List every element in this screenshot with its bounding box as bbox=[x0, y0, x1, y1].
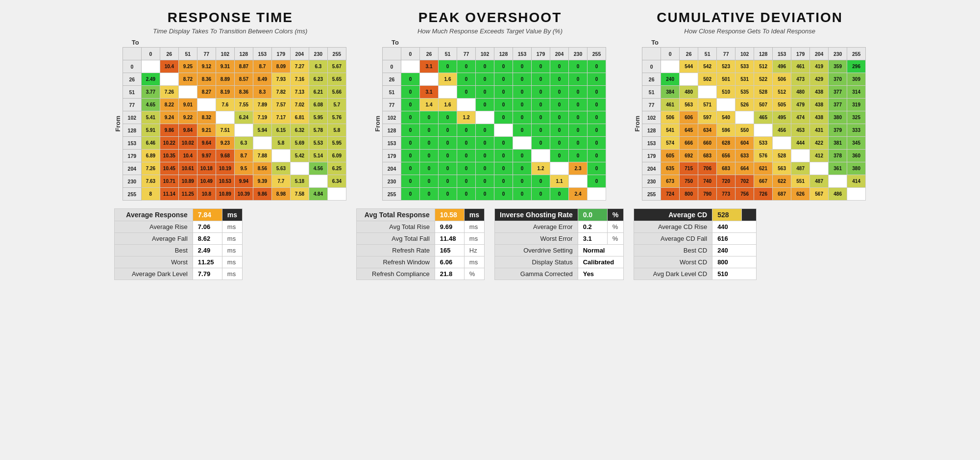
peak-overshoot-title: PEAK OVERSHOOT bbox=[418, 10, 562, 26]
avg-response-value: 7.84 bbox=[193, 209, 222, 221]
refresh-window-row: Refresh Window 6.06 ms bbox=[356, 256, 484, 268]
best-row: Best 2.49 ms bbox=[114, 245, 242, 256]
inverse-ghosting-label: Inverse Ghosting Rate bbox=[495, 209, 578, 221]
best-value: 2.49 bbox=[193, 245, 222, 256]
worst-cd-value: 800 bbox=[712, 256, 757, 268]
avg-rise-unit: ms bbox=[222, 221, 242, 233]
refresh-window-label: Refresh Window bbox=[356, 256, 435, 268]
avg-total-fall-label: Avg Total Fall bbox=[356, 233, 435, 245]
avg-fall-value: 8.62 bbox=[193, 233, 222, 245]
avg-total-response-value: 10.58 bbox=[435, 209, 464, 221]
avg-response-unit: ms bbox=[222, 209, 242, 221]
refresh-rate-label: Refresh Rate bbox=[356, 245, 435, 256]
cumulative-deviation-stats: Average CD 528 Average CD Rise 440 Avera… bbox=[634, 208, 757, 280]
avg-total-fall-value: 11.48 bbox=[435, 233, 464, 245]
best-cd-label: Best CD bbox=[634, 245, 712, 256]
cumulative-deviation-table: 0265177102128153179204230255054454252353… bbox=[642, 47, 866, 201]
peak-overshoot-section: PEAK OVERSHOOT How Much Response Exceeds… bbox=[356, 10, 624, 280]
peak-overshoot-table: 026517710212815317920423025503.100000000… bbox=[382, 47, 606, 201]
avg-fall-label: Average Fall bbox=[114, 233, 193, 245]
avg-cd-value: 528 bbox=[712, 209, 742, 221]
peak-overshoot-matrix-wrapper: From 026517710212815317920423025503.1000… bbox=[374, 47, 606, 201]
response-time-table: 0265177102128153179204230255010.49.259.1… bbox=[122, 47, 346, 201]
avg-rise-label: Average Rise bbox=[114, 221, 193, 233]
display-status-value: Calibrated bbox=[578, 256, 623, 268]
avg-error-value: 0.2 bbox=[578, 221, 607, 233]
worst-error-label: Worst Error bbox=[495, 233, 578, 245]
worst-value: 11.25 bbox=[193, 256, 222, 268]
refresh-compliance-row: Refresh Compliance 21.8 % bbox=[356, 268, 484, 280]
avg-dark-unit: ms bbox=[222, 268, 242, 280]
avg-response-row: Average Response 7.84 ms bbox=[114, 209, 242, 221]
avg-total-rise-unit: ms bbox=[464, 221, 484, 233]
display-status-label: Display Status bbox=[495, 256, 578, 268]
gamma-corrected-row: Gamma Corrected Yes bbox=[495, 268, 624, 280]
avg-total-fall-row: Avg Total Fall 11.48 ms bbox=[356, 233, 484, 245]
cumulative-deviation-section: CUMULATIVE DEVIATION How Close Response … bbox=[634, 10, 866, 280]
avg-dark-value: 7.79 bbox=[193, 268, 222, 280]
avg-dark-cd-label: Avg Dark Level CD bbox=[634, 268, 712, 280]
worst-error-unit: % bbox=[607, 233, 623, 245]
avg-rise-value: 7.06 bbox=[193, 221, 222, 233]
cumulative-deviation-from-label: From bbox=[634, 116, 641, 132]
peak-overshoot-subtitle: How Much Response Exceeds Target Value B… bbox=[417, 27, 563, 35]
avg-cd-row: Average CD 528 bbox=[634, 209, 757, 221]
peak-overshoot-to-label: To bbox=[392, 39, 399, 46]
inverse-ghosting-unit: % bbox=[607, 209, 623, 221]
refresh-compliance-unit: % bbox=[464, 268, 484, 280]
avg-response-label: Average Response bbox=[114, 209, 193, 221]
cumulative-deviation-matrix-wrapper: From 02651771021281531792042302550544542… bbox=[634, 47, 866, 201]
avg-error-unit: % bbox=[607, 221, 623, 233]
response-time-from-label: From bbox=[114, 116, 122, 132]
refresh-rate-unit: Hz bbox=[464, 245, 484, 256]
refresh-compliance-value: 21.8 bbox=[435, 268, 464, 280]
refresh-rate-value: 165 bbox=[435, 245, 464, 256]
main-container: RESPONSE TIME Time Display Takes To Tran… bbox=[10, 10, 970, 280]
best-cd-value: 240 bbox=[712, 245, 757, 256]
inverse-ghosting-row: Inverse Ghosting Rate 0.0 % bbox=[495, 209, 624, 221]
overdrive-value: Normal bbox=[578, 245, 623, 256]
avg-dark-label: Average Dark Level bbox=[114, 268, 193, 280]
cumulative-deviation-title: CUMULATIVE DEVIATION bbox=[657, 10, 843, 26]
peak-overshoot-stats-left: Avg Total Response 10.58 ms Avg Total Ri… bbox=[356, 208, 485, 280]
avg-total-response-row: Avg Total Response 10.58 ms bbox=[356, 209, 484, 221]
refresh-compliance-label: Refresh Compliance bbox=[356, 268, 435, 280]
response-time-section: RESPONSE TIME Time Display Takes To Tran… bbox=[114, 10, 346, 280]
gamma-corrected-label: Gamma Corrected bbox=[495, 268, 578, 280]
worst-cd-label: Worst CD bbox=[634, 256, 712, 268]
avg-cd-fall-value: 616 bbox=[712, 233, 757, 245]
avg-total-response-unit: ms bbox=[464, 209, 484, 221]
avg-rise-row: Average Rise 7.06 ms bbox=[114, 221, 242, 233]
avg-total-rise-value: 9.69 bbox=[435, 221, 464, 233]
best-cd-row: Best CD 240 bbox=[634, 245, 757, 256]
peak-overshoot-from-label: From bbox=[374, 116, 381, 132]
worst-label: Worst bbox=[114, 256, 193, 268]
avg-dark-cd-row: Avg Dark Level CD 510 bbox=[634, 268, 757, 280]
response-time-stats: Average Response 7.84 ms Average Rise 7.… bbox=[114, 208, 243, 280]
refresh-window-value: 6.06 bbox=[435, 256, 464, 268]
avg-total-fall-unit: ms bbox=[464, 233, 484, 245]
overdrive-label: Overdrive Setting bbox=[495, 245, 578, 256]
avg-total-rise-row: Avg Total Rise 9.69 ms bbox=[356, 221, 484, 233]
response-time-subtitle: Time Display Takes To Transition Between… bbox=[153, 27, 307, 35]
avg-dark-cd-value: 510 bbox=[712, 268, 757, 280]
worst-unit: ms bbox=[222, 256, 242, 268]
best-label: Best bbox=[114, 245, 193, 256]
avg-fall-unit: ms bbox=[222, 233, 242, 245]
peak-overshoot-stats-right: Inverse Ghosting Rate 0.0 % Average Erro… bbox=[494, 208, 624, 280]
avg-total-rise-label: Avg Total Rise bbox=[356, 221, 435, 233]
response-time-title: RESPONSE TIME bbox=[168, 10, 293, 26]
avg-cd-label: Average CD bbox=[634, 209, 712, 221]
inverse-ghosting-value: 0.0 bbox=[578, 209, 607, 221]
avg-total-response-label: Avg Total Response bbox=[356, 209, 435, 221]
avg-cd-fall-label: Average CD Fall bbox=[634, 233, 712, 245]
avg-fall-row: Average Fall 8.62 ms bbox=[114, 233, 242, 245]
response-time-to-label: To bbox=[132, 39, 139, 46]
avg-error-label: Average Error bbox=[495, 221, 578, 233]
avg-cd-unit bbox=[742, 209, 757, 221]
avg-cd-fall-row: Average CD Fall 616 bbox=[634, 233, 757, 245]
worst-error-value: 3.1 bbox=[578, 233, 607, 245]
worst-cd-row: Worst CD 800 bbox=[634, 256, 757, 268]
overdrive-row: Overdrive Setting Normal bbox=[495, 245, 624, 256]
cumulative-deviation-to-label: To bbox=[651, 39, 659, 46]
